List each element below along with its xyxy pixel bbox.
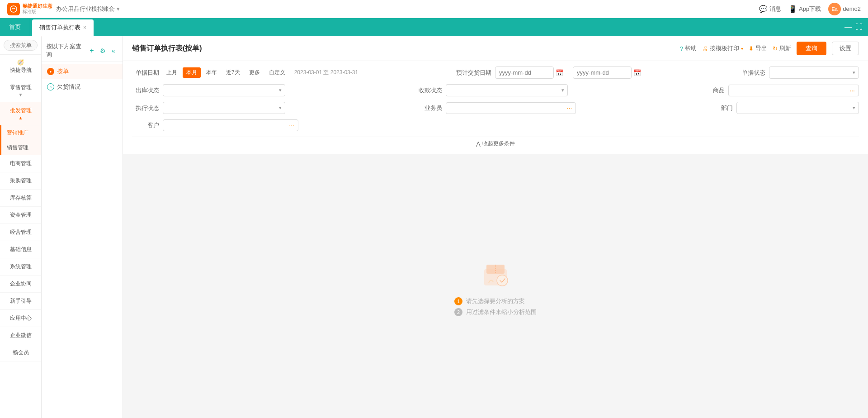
date-tab-more[interactable]: 更多 <box>245 67 264 78</box>
left-panel-header: 按以下方案查询 + ⚙ « <box>42 40 123 62</box>
collapse-button[interactable]: ⋀ 收起更多条件 <box>132 137 859 150</box>
header-left: 畅捷通好生意 标准版 办公用品行业模拟账套 ▾ <box>7 3 120 15</box>
shipment-status-label: 出库状态 <box>132 86 159 95</box>
sidebar-item-member[interactable]: 畅会员 <box>0 344 41 361</box>
sidebar-item-wechat[interactable]: 企业微信 <box>0 327 41 344</box>
user-menu[interactable]: Ea demo2 <box>828 3 861 15</box>
status-label: 单据状态 <box>738 69 765 77</box>
quick-nav-icon: 🧭 <box>17 59 24 66</box>
left-panel-actions: + ⚙ « <box>87 46 118 55</box>
empty-illustration <box>477 256 514 292</box>
sidebar-item-finance[interactable]: 资金管理 <box>0 207 41 224</box>
sidebar-item-basic[interactable]: 基础信息 <box>0 241 41 258</box>
app-download-button[interactable]: 📱 App下载 <box>788 5 821 13</box>
page-wrapper: 按以下方案查询 + ⚙ « ● 按单 ○ 欠货情况 销售订单执行表(按单) <box>42 36 868 418</box>
product-label: 商品 <box>698 86 725 95</box>
calendar-end-icon[interactable]: 📅 <box>633 69 641 76</box>
exec-select-wrapper <box>163 102 285 114</box>
salesman-ellipsis-icon[interactable]: ··· <box>567 104 572 112</box>
payment-status-label: 收款状态 <box>415 86 442 95</box>
date-tab-custom[interactable]: 自定义 <box>265 67 289 78</box>
tab-bar-right: — ⛶ <box>844 23 868 31</box>
maximize-icon[interactable]: ⛶ <box>855 23 863 31</box>
order-dot: ● <box>47 68 54 75</box>
calendar-start-icon[interactable]: 📅 <box>556 69 563 76</box>
sidebar-item-system[interactable]: 系统管理 <box>0 258 41 276</box>
right-content: 销售订单执行表(按单) ? 帮助 🖨 按模板打印 ▾ ⬇ 导出 <box>123 36 868 418</box>
help-link[interactable]: ? 帮助 <box>680 44 697 52</box>
sidebar-sub-item-sales[interactable]: 销售管理 <box>1 140 41 155</box>
sidebar-item-enterprise[interactable]: 企业协同 <box>0 276 41 293</box>
product-ellipsis-icon[interactable]: ··· <box>849 87 855 94</box>
filter-row-3: 执行状态 业务员 ··· 部门 <box>132 102 859 114</box>
expected-date-start[interactable] <box>495 66 554 79</box>
expected-date-end[interactable] <box>573 66 632 79</box>
debt-dot: ○ <box>47 83 54 90</box>
query-button[interactable]: 查询 <box>797 42 826 55</box>
sidebar-item-wholesale[interactable]: 批发管理 ▲ <box>0 102 41 125</box>
status-select-wrapper <box>769 66 859 79</box>
logo-icon <box>7 3 20 15</box>
minimize-icon[interactable]: — <box>844 23 852 31</box>
expected-date-label: 预计交货日期 <box>455 69 491 77</box>
refresh-button[interactable]: ↻ 刷新 <box>773 44 791 52</box>
sidebar-item-ecommerce[interactable]: 电商管理 <box>0 155 41 172</box>
tab-sales-order[interactable]: 销售订单执行表 × <box>32 19 94 36</box>
date-tab-this-month[interactable]: 本月 <box>183 67 201 78</box>
print-arrow-icon: ▾ <box>741 46 743 51</box>
breadcrumb[interactable]: 办公用品行业模拟账套 ▾ <box>56 5 120 13</box>
export-button[interactable]: ⬇ 导出 <box>749 44 767 52</box>
sidebar-search-area <box>0 36 41 55</box>
date-hint: 2023-03-01 至 2023-03-31 <box>294 69 358 76</box>
logo-text: 畅捷通好生意 标准版 <box>23 3 52 14</box>
export-icon: ⬇ <box>749 45 754 52</box>
filter-row-1: 单据日期 上月 本月 本年 近7天 更多 自定义 2023-03-01 至 20… <box>132 66 859 79</box>
page-header: 销售订单执行表(按单) ? 帮助 🖨 按模板打印 ▾ ⬇ 导出 <box>123 36 868 61</box>
panel-nav-order[interactable]: ● 按单 <box>42 64 123 79</box>
date-tab-this-year[interactable]: 本年 <box>203 67 221 78</box>
sidebar-item-inventory[interactable]: 库存核算 <box>0 190 41 207</box>
shipment-status-select[interactable] <box>163 84 285 96</box>
exec-status-select[interactable] <box>163 102 285 114</box>
sidebar-item-apps[interactable]: 应用中心 <box>0 310 41 327</box>
sidebar-item-quick-nav[interactable]: 🧭 快捷导航 <box>0 55 41 79</box>
tab-close-icon[interactable]: × <box>83 24 86 31</box>
svg-point-0 <box>10 6 17 12</box>
search-input[interactable] <box>4 40 38 51</box>
status-select[interactable] <box>769 66 859 79</box>
edit-plan-button[interactable]: ⚙ <box>98 46 107 55</box>
date-tab-7days[interactable]: 近7天 <box>222 67 244 78</box>
tab-home[interactable]: 首页 <box>0 18 30 36</box>
settings-button[interactable]: 设置 <box>832 42 859 55</box>
step2-num: 2 <box>454 308 462 316</box>
message-icon: 💬 <box>759 5 768 13</box>
add-plan-button[interactable]: + <box>87 46 96 55</box>
sidebar-item-purchase[interactable]: 采购管理 <box>0 172 41 190</box>
department-select[interactable] <box>736 102 859 114</box>
sidebar-wholesale-sub: 营销推广 销售管理 <box>0 125 41 155</box>
help-icon: ? <box>680 45 683 52</box>
customer-ellipsis-icon[interactable]: ··· <box>289 122 294 129</box>
message-button[interactable]: 💬 消息 <box>759 5 781 13</box>
date-tab-last-month[interactable]: 上月 <box>163 67 181 78</box>
chevron-icon: ▼ <box>19 92 23 97</box>
avatar: Ea <box>828 3 841 15</box>
department-label: 部门 <box>706 104 733 112</box>
sidebar-item-newbie[interactable]: 新手引导 <box>0 293 41 310</box>
header-right: 💬 消息 📱 App下载 Ea demo2 <box>759 3 861 15</box>
print-button[interactable]: 🖨 按模板打印 ▾ <box>702 44 743 52</box>
salesman-label: 业务员 <box>415 104 442 112</box>
collapse-panel-button[interactable]: « <box>109 46 118 55</box>
panel-nav-debt[interactable]: ○ 欠货情况 <box>42 79 123 95</box>
print-icon: 🖨 <box>702 45 708 52</box>
sidebar-sub-item-marketing[interactable]: 营销推广 <box>1 125 41 140</box>
sidebar-item-operation[interactable]: 经营管理 <box>0 224 41 241</box>
payment-status-select[interactable] <box>446 84 568 96</box>
empty-step-2: 2 用过滤条件来缩小分析范围 <box>454 308 537 316</box>
sidebar-item-retail[interactable]: 零售管理 ▼ <box>0 79 41 102</box>
collapse-icon: ⋀ <box>476 141 481 147</box>
left-panel: 按以下方案查询 + ⚙ « ● 按单 ○ 欠货情况 <box>42 36 123 418</box>
page-title: 销售订单执行表(按单) <box>132 44 202 53</box>
filter-area: 单据日期 上月 本月 本年 近7天 更多 自定义 2023-03-01 至 20… <box>123 61 868 154</box>
top-header: 畅捷通好生意 标准版 办公用品行业模拟账套 ▾ 💬 消息 📱 App下载 Ea … <box>0 0 868 18</box>
